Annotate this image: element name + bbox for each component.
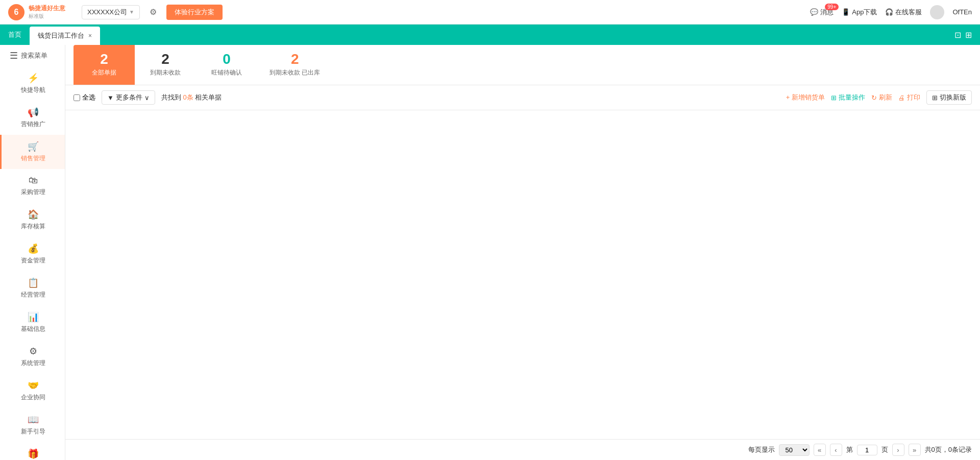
tab-bar-right: ⊡ ⊞ (954, 30, 980, 40)
refresh-icon: ↻ (871, 94, 877, 102)
stats-tabs: 2 全部单据 2 到期未收款 0 旺铺待确认 2 到期未收款 已出库 (65, 45, 980, 85)
message-icon: 💬 (810, 8, 818, 16)
sales-icon: 🛒 (28, 141, 39, 152)
print-button[interactable]: 🖨 打印 (898, 93, 920, 102)
message-button[interactable]: 💬 消息 99+ (810, 8, 834, 17)
search-icon: ☰ (10, 50, 18, 61)
header-center: XXXXXX公司 ▼ ⚙ 体验行业方案 (74, 5, 810, 20)
app-download-button[interactable]: 📱 App下载 (842, 8, 877, 17)
purchase-icon: 🛍 (29, 175, 38, 186)
sidebar-search-label: 搜索菜单 (21, 51, 47, 60)
page-last-btn[interactable]: » (909, 444, 921, 456)
sidebar-item-operations[interactable]: 📋 经营管理 (0, 271, 65, 305)
sidebar: ☰ 搜索菜单 ⚡ 快捷导航 📢 营销推广 🛒 销售管理 🛍 采购管理 🏠 库存核… (0, 45, 65, 460)
basic-info-icon: 📊 (28, 311, 39, 323)
tab-bar: 首页 钱货日清工作台 × ⊡ ⊞ (0, 25, 980, 45)
avatar[interactable] (930, 5, 944, 19)
marketing-icon: 📢 (28, 107, 39, 118)
operations-icon: 📋 (28, 277, 39, 288)
per-page-select[interactable]: 50 100 200 (779, 444, 810, 456)
add-sale-button[interactable]: + 新增销货单 (786, 93, 825, 102)
found-text: 共找到 0条 相关单据 (161, 93, 222, 102)
company-select[interactable]: XXXXXX公司 ▼ (82, 5, 140, 19)
header-right: 💬 消息 99+ 📱 App下载 🎧 在线客服 OfTEn (810, 5, 972, 19)
logo-area: 6 畅捷通好生意 标准版 (8, 4, 74, 20)
sidebar-item-finance[interactable]: 💰 资金管理 (0, 237, 65, 271)
switch-icon: ⊞ (932, 94, 938, 102)
per-page-label: 每页显示 (748, 445, 775, 454)
tab-minimize-btn[interactable]: ⊡ (954, 30, 961, 40)
sidebar-enterprise-label: 企业协同 (21, 393, 45, 402)
filter-icon: ▼ (107, 94, 114, 102)
sidebar-guide-label: 新手引导 (21, 427, 45, 436)
experience-button[interactable]: 体验行业方案 (166, 5, 223, 20)
tab-expand-btn[interactable]: ⊞ (965, 30, 972, 40)
message-badge: 99+ (825, 4, 839, 10)
settings-button[interactable]: ⚙ (146, 5, 160, 19)
stat-tab-wangpu[interactable]: 0 旺铺待确认 (196, 45, 257, 85)
sidebar-item-system[interactable]: ⚙ 系统管理 (0, 340, 65, 374)
service-icon: 🎧 (885, 8, 893, 16)
enterprise-icon: 🤝 (28, 380, 39, 391)
page-label: 第 (846, 445, 853, 454)
sidebar-marketing-label: 营销推广 (21, 120, 45, 129)
stat-shipped-label: 到期未收款 已出库 (270, 68, 320, 77)
stat-all-label: 全部单据 (92, 68, 116, 77)
select-all-checkbox[interactable]: 全选 (74, 93, 95, 102)
stat-tab-all[interactable]: 2 全部单据 (74, 45, 135, 85)
pagination-bar: 每页显示 50 100 200 « ‹ 第 页 › » 共0页，0条记录 (65, 439, 980, 460)
page-input[interactable] (857, 445, 877, 455)
stat-all-num: 2 (100, 51, 108, 67)
tab-home[interactable]: 首页 (0, 25, 30, 45)
stat-overdue-label: 到期未收款 (150, 68, 181, 77)
guide-icon: 📖 (28, 414, 39, 425)
sidebar-item-appstore[interactable]: 🎁 应用中心 (0, 442, 65, 460)
stat-tab-shipped[interactable]: 2 到期未收款 已出库 (257, 45, 332, 85)
quicknav-icon: ⚡ (28, 72, 39, 84)
checkbox-input[interactable] (74, 94, 80, 101)
logo-text: 畅捷通好生意 标准版 (29, 4, 65, 20)
page-suffix: 页 (881, 445, 888, 454)
stat-tab-overdue[interactable]: 2 到期未收款 (135, 45, 196, 85)
inventory-icon: 🏠 (28, 209, 39, 220)
toolbar: 全选 ▼ 更多条件 ∨ 共找到 0条 相关单据 + 新增销货单 ⊞ 批量操作 ↻ (65, 85, 980, 110)
stat-shipped-num: 2 (291, 51, 299, 67)
page-first-btn[interactable]: « (814, 444, 826, 456)
switch-version-button[interactable]: ⊞ 切换新版 (926, 90, 972, 105)
page-next-btn[interactable]: › (892, 444, 904, 456)
sidebar-sales-label: 销售管理 (21, 154, 45, 163)
sidebar-item-search[interactable]: ☰ 搜索菜单 (0, 45, 65, 66)
stat-wangpu-num: 0 (223, 51, 231, 67)
found-count: 0条 (183, 93, 193, 101)
sidebar-item-basic-info[interactable]: 📊 基础信息 (0, 305, 65, 340)
sidebar-inventory-label: 库存核算 (21, 222, 45, 231)
tab-close-btn[interactable]: × (88, 32, 92, 39)
company-dropdown-arrow: ▼ (129, 9, 134, 15)
tab-active[interactable]: 钱货日清工作台 × (30, 27, 100, 45)
sidebar-basic-info-label: 基础信息 (21, 325, 45, 333)
refresh-button[interactable]: ↻ 刷新 (871, 93, 892, 102)
sidebar-item-sales[interactable]: 🛒 销售管理 (0, 135, 65, 169)
sidebar-item-quicknav[interactable]: ⚡ 快捷导航 (0, 66, 65, 101)
sidebar-item-enterprise[interactable]: 🤝 企业协同 (0, 374, 65, 408)
page-prev-btn[interactable]: ‹ (830, 444, 842, 456)
batch-operation-button[interactable]: ⊞ 批量操作 (831, 93, 865, 102)
logo-icon: 6 (8, 4, 24, 20)
appstore-icon: 🎁 (28, 448, 39, 459)
print-icon: 🖨 (898, 94, 905, 102)
system-icon: ⚙ (29, 346, 37, 357)
sidebar-item-purchase[interactable]: 🛍 采购管理 (0, 169, 65, 203)
sidebar-quicknav-label: 快捷导航 (21, 86, 45, 94)
sidebar-item-inventory[interactable]: 🏠 库存核算 (0, 203, 65, 237)
filter-button[interactable]: ▼ 更多条件 ∨ (102, 90, 155, 105)
main-layout: ☰ 搜索菜单 ⚡ 快捷导航 📢 营销推广 🛒 销售管理 🛍 采购管理 🏠 库存核… (0, 45, 980, 460)
sidebar-system-label: 系统管理 (21, 359, 45, 368)
table-area (65, 110, 980, 439)
sidebar-operations-label: 经营管理 (21, 290, 45, 299)
top-header: 6 畅捷通好生意 标准版 XXXXXX公司 ▼ ⚙ 体验行业方案 💬 消息 99… (0, 0, 980, 25)
username[interactable]: OfTEn (952, 8, 972, 16)
sidebar-item-guide[interactable]: 📖 新手引导 (0, 408, 65, 442)
sidebar-purchase-label: 采购管理 (21, 188, 45, 197)
online-service-button[interactable]: 🎧 在线客服 (885, 8, 922, 17)
sidebar-item-marketing[interactable]: 📢 营销推广 (0, 101, 65, 135)
